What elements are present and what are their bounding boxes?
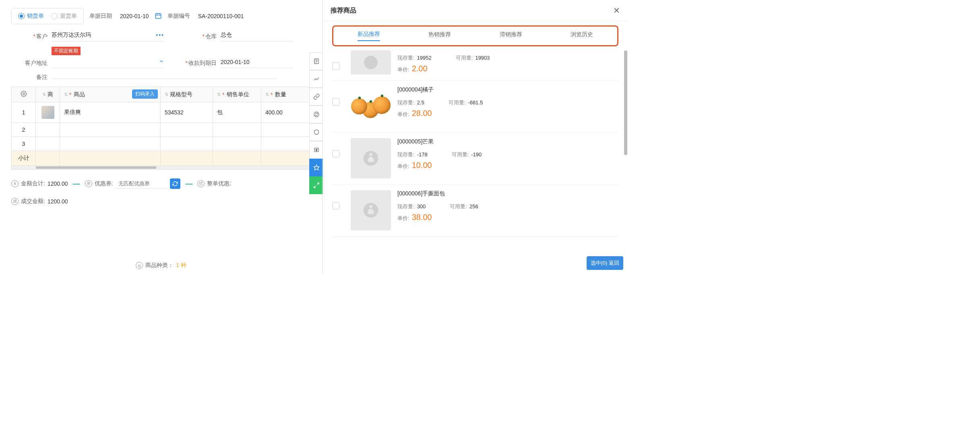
product-image — [351, 86, 391, 126]
product-name: [0000004]橘子 — [397, 86, 618, 93]
due-input[interactable]: 2020-01-10 — [221, 59, 293, 68]
col-spec[interactable]: ⇅规格型号 — [161, 87, 213, 102]
return-order-label: 退货单 — [60, 12, 77, 20]
price: 单价:2.00 — [397, 64, 618, 73]
addr-label: 客户地址 — [11, 60, 48, 67]
shield-icon[interactable] — [309, 123, 323, 141]
gear-column[interactable] — [12, 87, 36, 102]
list-item[interactable]: [0000004]橘子 现存量:2.5 可用量:-681.5 单价:28.00 — [332, 81, 618, 133]
note-icon[interactable] — [309, 52, 323, 70]
remark-label: 备注 — [11, 74, 48, 81]
date-label: 单据日期 — [89, 12, 112, 20]
price: 单价:28.00 — [397, 109, 618, 118]
coupon-icon: 券 — [85, 180, 92, 187]
radio-icon — [18, 13, 25, 19]
coupon-field: 券 优惠券: — [85, 178, 181, 189]
item-checkbox[interactable] — [332, 150, 339, 158]
coupon-input[interactable] — [115, 179, 167, 189]
order-type-tabs: 销货单 退货单 — [11, 8, 84, 24]
available: 可用量:19903 — [456, 54, 490, 62]
expand-icon[interactable] — [309, 176, 323, 194]
row-index: 2 — [12, 123, 36, 137]
list-item[interactable]: [0000005]芒果 现存量:-178 可用量:-190 单价:10.00 — [332, 133, 618, 184]
tag-icon: ◎ — [136, 262, 143, 269]
horizontal-scrollbar[interactable] — [12, 166, 310, 169]
chart-icon[interactable] — [309, 70, 323, 88]
table-row[interactable]: 2 — [12, 123, 310, 137]
swap-icon[interactable] — [309, 106, 323, 123]
table-row[interactable]: 3 — [12, 137, 310, 151]
tab-slow[interactable]: 滞销推荐 — [500, 31, 522, 41]
deal-amount: 成 成交金额: 1200.00 — [11, 198, 68, 205]
tab-history[interactable]: 浏览历史 — [571, 31, 593, 41]
item-checkbox[interactable] — [332, 98, 339, 106]
product-name: [0000006]手撕面包 — [397, 190, 618, 197]
amount-total: ¥ 金额合计: 1200.00 — [11, 180, 68, 187]
more-icon[interactable]: ••• — [156, 32, 164, 38]
deal-icon: 成 — [11, 198, 19, 205]
num-value: SA-20200110-001 — [198, 13, 244, 19]
col-image[interactable]: ⇅商 — [36, 87, 60, 102]
item-checkbox[interactable] — [332, 62, 339, 70]
row-index: 1 — [12, 102, 36, 122]
svg-marker-12 — [314, 165, 319, 170]
available: 可用量:-190 — [452, 151, 482, 158]
selected-return-button[interactable]: 选中(0) 返回 — [587, 256, 624, 270]
product-image-placeholder — [351, 50, 391, 75]
stock: 现存量:-178 — [397, 151, 428, 158]
addr-input[interactable] — [52, 58, 164, 68]
list-item[interactable]: 250ml 现存量:19952 可用量:19903 单价:2.00 — [332, 50, 618, 81]
discount-icon: 优 — [197, 180, 205, 187]
list-item[interactable]: [0000006]手撕面包 现存量:300 可用量:256 单价:38.00 — [332, 184, 618, 236]
gear-icon — [21, 91, 27, 98]
subtotal-row: 小计 — [12, 151, 310, 166]
svg-text:¥: ¥ — [316, 149, 317, 151]
minus-icon: — — [73, 180, 80, 188]
col-qty[interactable]: ⇅*数量 — [261, 87, 294, 102]
col-unit[interactable]: ⇅*销售单位 — [213, 87, 261, 102]
link-icon[interactable] — [309, 88, 323, 106]
calendar-icon[interactable] — [155, 12, 162, 21]
discount-field: 优 整单优惠: — [197, 180, 231, 187]
due-label: *收款到期日 — [180, 60, 217, 67]
no-fixed-period-tag: 不固定账期 — [52, 47, 81, 55]
refresh-button[interactable] — [170, 178, 180, 189]
product-image-placeholder — [351, 138, 391, 178]
remark-input[interactable] — [52, 76, 277, 79]
svg-rect-0 — [155, 13, 161, 18]
row-qty[interactable]: 400.00 — [261, 102, 294, 122]
vertical-scrollbar[interactable] — [624, 50, 627, 155]
available: 可用量:256 — [450, 203, 478, 210]
warehouse-input[interactable]: 总仓 — [221, 31, 293, 41]
return-order-radio[interactable]: 退货单 — [51, 12, 77, 20]
customer-input[interactable]: 苏州万达沃尔玛 ••• — [52, 31, 164, 41]
recommend-panel: 推荐商品 ✕ 新品推荐 热销推荐 滞销推荐 浏览历史 250ml — [322, 0, 628, 274]
yen-icon: ¥ — [11, 180, 19, 187]
tab-hot[interactable]: 热销推荐 — [428, 31, 451, 41]
warehouse-label: *仓库 — [180, 33, 217, 40]
side-toolbar: ¥ — [309, 52, 323, 194]
close-icon[interactable]: ✕ — [613, 6, 620, 15]
panel-title: 推荐商品 — [331, 6, 356, 15]
price: 单价:10.00 — [397, 161, 618, 170]
row-product[interactable]: 果倍爽 — [60, 102, 161, 122]
recommend-tabs-highlight: 新品推荐 热销推荐 滞销推荐 浏览历史 — [323, 21, 628, 50]
row-unit[interactable]: 包 — [213, 102, 261, 122]
product-list[interactable]: 250ml 现存量:19952 可用量:19903 单价:2.00 [00000… — [323, 50, 628, 274]
table-row[interactable]: 1 果倍爽 534532 包 400.00 — [12, 102, 310, 123]
line-items-table: ⇅商 ⇅*商品 扫码录入 ⇅规格型号 ⇅*销售单位 ⇅*数量 1 果倍爽 534… — [11, 87, 311, 170]
row-spec[interactable]: 534532 — [161, 102, 213, 122]
tab-new[interactable]: 新品推荐 — [358, 31, 380, 41]
col-product[interactable]: ⇅*商品 扫码录入 — [60, 87, 161, 102]
subtotal-label: 小计 — [12, 151, 36, 166]
product-kind-summary: ◎ 商品种类： 1 种 — [136, 262, 186, 269]
sales-order-radio[interactable]: 销货单 — [18, 12, 44, 20]
scan-input-button[interactable]: 扫码录入 — [132, 89, 158, 99]
item-checkbox[interactable] — [332, 202, 339, 209]
stock: 现存量:2.5 — [397, 99, 424, 106]
currency-icon[interactable]: ¥ — [309, 141, 323, 159]
star-icon[interactable] — [309, 159, 323, 176]
chevron-down-icon[interactable] — [159, 58, 164, 65]
customer-label: *客户 — [11, 33, 48, 40]
date-value[interactable]: 2020-01-10 — [120, 13, 149, 19]
